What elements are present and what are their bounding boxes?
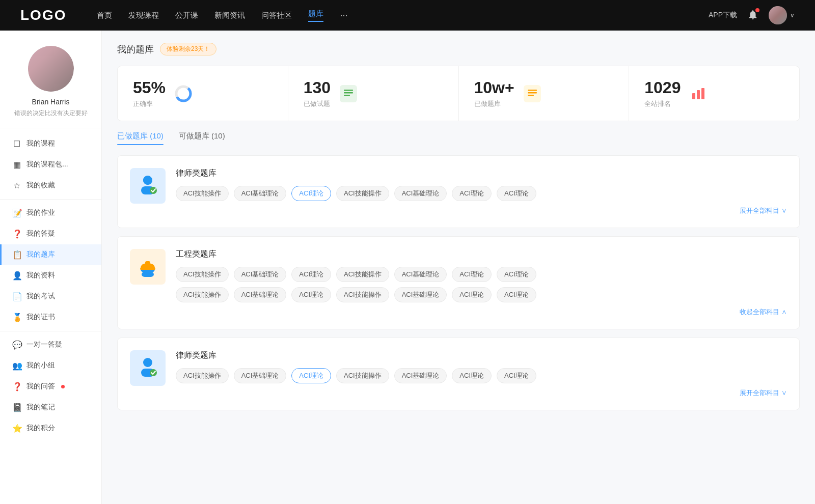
tab-available-banks[interactable]: 可做题库 (10) xyxy=(179,131,225,145)
nav-more[interactable]: ··· xyxy=(340,10,347,21)
tag-item[interactable]: ACI基础理论 xyxy=(394,287,447,302)
tag-item[interactable]: ACI理论 xyxy=(291,287,331,302)
sidebar-item-my-group[interactable]: 👥 我的小组 xyxy=(0,355,101,376)
nav-qa[interactable]: 问答社区 xyxy=(261,11,292,20)
svg-rect-19 xyxy=(145,261,150,265)
favorites-icon: ☆ xyxy=(12,181,21,190)
tags-row-1: ACI技能操作 ACI基础理论 ACI理论 ACI技能操作 ACI基础理论 AC… xyxy=(176,368,787,383)
tag-item[interactable]: ACI理论 xyxy=(452,368,492,383)
sidebar: Brian Harris 错误的决定比没有决定要好 ☐ 我的课程 ▦ 我的课程包… xyxy=(0,31,102,504)
tags-row-1: ACI技能操作 ACI基础理论 ACI理论 ACI技能操作 ACI基础理论 AC… xyxy=(176,186,787,201)
homework-icon: 📝 xyxy=(12,208,21,218)
tag-item[interactable]: ACI技能操作 xyxy=(176,368,229,383)
sidebar-label: 我的笔记 xyxy=(26,403,55,412)
sidebar-item-my-notes[interactable]: 📓 我的笔记 xyxy=(0,397,101,418)
svg-rect-6 xyxy=(524,85,541,102)
collapse-button[interactable]: 收起全部科目 ∧ xyxy=(176,307,787,317)
nav-news[interactable]: 新闻资讯 xyxy=(214,11,245,20)
notification-bell[interactable] xyxy=(747,9,758,22)
stat-site-rank: 1029 全站排名 xyxy=(629,66,799,121)
sidebar-label: 一对一答疑 xyxy=(26,340,62,349)
tag-item[interactable]: ACI理论 xyxy=(497,368,536,383)
sidebar-item-my-questionbank[interactable]: 📋 我的题库 xyxy=(0,244,101,265)
sidebar-label: 我的作业 xyxy=(26,208,55,217)
nav-opencourse[interactable]: 公开课 xyxy=(175,11,198,20)
stat-done-banks-label: 已做题库 xyxy=(474,99,514,108)
tag-item[interactable]: ACI基础理论 xyxy=(234,368,287,383)
expand-button[interactable]: 展开全部科目 ∨ xyxy=(176,206,787,215)
sidebar-item-my-exam[interactable]: 📄 我的考试 xyxy=(0,286,101,307)
questions-icon: ❓ xyxy=(12,229,21,239)
page-title: 我的题库 xyxy=(117,43,154,55)
profile-avatar xyxy=(28,46,74,92)
sidebar-item-my-profile[interactable]: 👤 我的资料 xyxy=(0,265,101,286)
svg-rect-8 xyxy=(528,92,537,94)
tag-item[interactable]: ACI技能操作 xyxy=(336,186,389,201)
sidebar-item-my-courses[interactable]: ☐ 我的课程 xyxy=(0,133,101,154)
tag-item[interactable]: ACI理论 xyxy=(497,287,536,302)
sidebar-label: 我的收藏 xyxy=(26,181,55,190)
tag-item[interactable]: ACI基础理论 xyxy=(394,267,447,282)
qa-icon: ❓ xyxy=(12,382,21,391)
svg-rect-20 xyxy=(142,272,154,277)
sidebar-item-my-homework[interactable]: 📝 我的作业 xyxy=(0,203,101,223)
sidebar-item-my-favorites[interactable]: ☆ 我的收藏 xyxy=(0,175,101,196)
certificate-icon: 🏅 xyxy=(12,313,21,322)
expand-button-2[interactable]: 展开全部科目 ∨ xyxy=(176,388,787,398)
sidebar-label: 我的题库 xyxy=(26,250,55,259)
sidebar-divider xyxy=(0,331,101,331)
tag-item[interactable]: ACI理论 xyxy=(497,186,536,201)
stat-accuracy: 55% 正确率 xyxy=(118,66,288,121)
tag-item[interactable]: ACI基础理论 xyxy=(234,186,287,201)
stat-accuracy-label: 正确率 xyxy=(133,99,166,108)
sidebar-label: 我的小组 xyxy=(26,361,55,370)
tag-item[interactable]: ACI理论 xyxy=(452,287,492,302)
stat-site-rank-label: 全站排名 xyxy=(644,99,681,108)
one-on-one-icon: 💬 xyxy=(12,340,21,350)
exam-icon: 📄 xyxy=(12,292,21,301)
user-avatar-wrap[interactable]: ∨ xyxy=(769,6,795,24)
svg-rect-3 xyxy=(344,90,353,91)
tabs-row: 已做题库 (10) 可做题库 (10) xyxy=(117,131,800,145)
tag-item[interactable]: ACI技能操作 xyxy=(176,287,229,302)
sidebar-item-my-points[interactable]: ⭐ 我的积分 xyxy=(0,418,101,439)
tag-item[interactable]: ACI理论 xyxy=(291,267,331,282)
bank-card-lawyer-1: 律师类题库 ACI技能操作 ACI基础理论 ACI理论 ACI技能操作 ACI基… xyxy=(117,155,800,228)
tag-item[interactable]: ACI技能操作 xyxy=(336,287,389,302)
stat-site-rank-value: 1029 xyxy=(644,78,681,97)
qa-notification-dot xyxy=(61,385,65,388)
tab-done-banks[interactable]: 已做题库 (10) xyxy=(117,131,164,145)
sidebar-item-my-certificate[interactable]: 🏅 我的证书 xyxy=(0,307,101,328)
sidebar-item-one-on-one[interactable]: 💬 一对一答疑 xyxy=(0,334,101,355)
sidebar-item-my-questions[interactable]: ❓ 我的答疑 xyxy=(0,223,101,244)
nav-questionbank[interactable]: 题库 xyxy=(308,9,323,22)
tag-item[interactable]: ACI理论 xyxy=(452,267,492,282)
bank-card-header: 律师类题库 ACI技能操作 ACI基础理论 ACI理论 ACI技能操作 ACI基… xyxy=(130,168,787,215)
tag-item[interactable]: ACI基础理论 xyxy=(394,186,447,201)
tag-item[interactable]: ACI技能操作 xyxy=(176,186,229,201)
profile-section: Brian Harris 错误的决定比没有决定要好 xyxy=(0,46,101,128)
nav-home[interactable]: 首页 xyxy=(97,11,112,20)
tag-item[interactable]: ACI基础理论 xyxy=(234,267,287,282)
stat-done-banks-value: 10w+ xyxy=(474,78,514,97)
tag-item[interactable]: ACI技能操作 xyxy=(336,267,389,282)
tag-item[interactable]: ACI技能操作 xyxy=(336,368,389,383)
tag-item[interactable]: ACI基础理论 xyxy=(394,368,447,383)
tag-item[interactable]: ACI理论 xyxy=(497,267,536,282)
bank-card-header: 工程类题库 ACI技能操作 ACI基础理论 ACI理论 ACI技能操作 ACI基… xyxy=(130,249,787,317)
tag-item-active[interactable]: ACI理论 xyxy=(291,368,331,383)
tag-item[interactable]: ACI理论 xyxy=(452,186,492,201)
list-yellow-icon xyxy=(523,84,542,103)
app-download-btn[interactable]: APP下载 xyxy=(709,11,737,20)
sidebar-label: 我的答疑 xyxy=(26,229,55,238)
sidebar-item-my-packages[interactable]: ▦ 我的课程包... xyxy=(0,154,101,175)
lawyer-bank-icon xyxy=(130,168,166,204)
tag-item-active[interactable]: ACI理论 xyxy=(291,186,331,201)
user-avatar xyxy=(769,6,787,24)
nav-discover[interactable]: 发现课程 xyxy=(128,11,159,20)
tag-item[interactable]: ACI基础理论 xyxy=(234,287,287,302)
sidebar-item-my-qa[interactable]: ❓ 我的问答 xyxy=(0,376,101,397)
stat-done-questions-label: 已做试题 xyxy=(304,99,331,108)
stats-row: 55% 正确率 130 已做试题 xyxy=(117,66,800,121)
tag-item[interactable]: ACI技能操作 xyxy=(176,267,229,282)
